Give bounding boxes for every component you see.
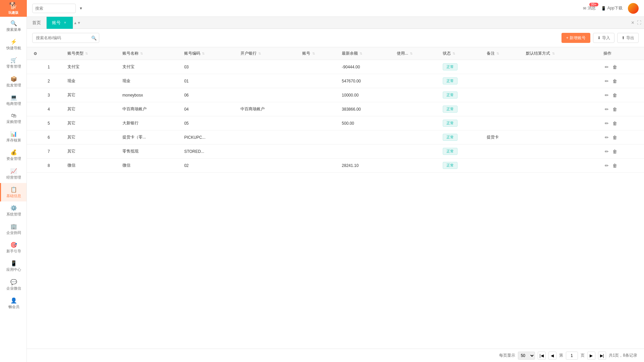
prev-page-button[interactable]: ◀ xyxy=(548,352,556,360)
sidebar-item-wechat[interactable]: 💬 企业微信 xyxy=(0,276,26,294)
tab-close-icon[interactable]: × xyxy=(63,20,67,25)
sidebar-item-operations[interactable]: 📈 经营管理 xyxy=(0,165,26,183)
status-badge: 正常 xyxy=(443,120,458,127)
row-balance: 383866.00 xyxy=(338,102,393,116)
sidebar-item-retail[interactable]: 🛒 零售管理 xyxy=(0,54,26,72)
col-remark[interactable]: 备注 ⇅ xyxy=(483,47,522,60)
page-unit-label: 页 xyxy=(581,353,585,358)
next-page-button[interactable]: ▶ xyxy=(587,352,595,360)
row-name: 大新银行 xyxy=(118,116,180,130)
row-account xyxy=(298,60,338,74)
add-account-button[interactable]: + 新增账号 xyxy=(561,33,590,43)
app-download-button[interactable]: 📱 App下载 xyxy=(601,5,623,11)
edit-button[interactable]: ✏ xyxy=(603,148,610,155)
delete-button[interactable]: 🗑 xyxy=(611,78,619,84)
sidebar-item-label: 新手引导 xyxy=(6,249,21,253)
search-input[interactable] xyxy=(32,33,99,43)
row-status: 正常 xyxy=(439,74,483,88)
delete-button[interactable]: 🗑 xyxy=(611,162,619,169)
row-type: 其它 xyxy=(63,116,118,130)
search-icon[interactable]: 🔍 xyxy=(91,36,97,41)
col-type[interactable]: 账号类型 ⇅ xyxy=(63,47,118,60)
messages-button[interactable]: ✉ 消息 99+ xyxy=(583,5,596,11)
import-button[interactable]: ⬇ 导入 xyxy=(593,33,614,43)
sidebar-item-wholesale[interactable]: 📦 批发管理 xyxy=(0,72,26,91)
edit-button[interactable]: ✏ xyxy=(603,120,610,127)
delete-button[interactable]: 🗑 xyxy=(611,92,619,99)
row-name: 提货卡（零... xyxy=(118,130,180,144)
row-type: 微信 xyxy=(63,159,118,173)
export-button[interactable]: ⬆ 导出 xyxy=(617,33,639,43)
row-remark xyxy=(483,116,522,130)
row-status: 正常 xyxy=(439,130,483,144)
col-usage[interactable]: 使用... ⇅ xyxy=(393,47,439,60)
row-settings xyxy=(27,159,44,173)
table-row: 4 其它 中百商场账户 04 中百商场账户 383866.00 正常 ✏ 🗑 xyxy=(27,102,644,116)
row-num: 7 xyxy=(44,144,63,159)
tab-home[interactable]: 首页 xyxy=(27,17,47,29)
row-balance: 10000.00 xyxy=(338,88,393,102)
tab-expand-button[interactable]: ▲▼ xyxy=(73,17,81,29)
col-name[interactable]: 账号名称 ⇅ xyxy=(118,47,180,60)
row-num: 6 xyxy=(44,130,63,144)
row-code: 02 xyxy=(180,159,236,173)
edit-button[interactable]: ✏ xyxy=(603,92,610,99)
sidebar-item-finance[interactable]: 💰 资金管理 xyxy=(0,146,26,164)
tab-account[interactable]: 账号 × xyxy=(47,17,73,29)
edit-button[interactable]: ✏ xyxy=(603,162,610,169)
row-balance: 547670.00 xyxy=(338,74,393,88)
close-tab-icon[interactable]: × xyxy=(631,20,634,26)
system-icon: ⚙️ xyxy=(10,205,17,211)
edit-button[interactable]: ✏ xyxy=(603,134,610,141)
edit-button[interactable]: ✏ xyxy=(603,106,610,113)
col-bank[interactable]: 开户银行 ⇅ xyxy=(236,47,298,60)
col-status[interactable]: 状态 ⇅ xyxy=(439,47,483,60)
guide-icon: 🎯 xyxy=(10,242,17,248)
last-page-button[interactable]: ▶| xyxy=(598,352,606,360)
row-usage xyxy=(393,102,439,116)
col-account[interactable]: 账号 ⇅ xyxy=(298,47,338,60)
sidebar-item-ecommerce[interactable]: 💻 电商管理 xyxy=(0,91,26,109)
finance-icon: 💰 xyxy=(10,149,17,156)
sidebar-item-member[interactable]: 👤 畅会员 xyxy=(0,294,26,312)
row-code: PICKUPC... xyxy=(180,130,236,144)
sidebar-item-app-center[interactable]: 📱 应用中心 xyxy=(0,257,26,275)
edit-button[interactable]: ✏ xyxy=(603,78,610,84)
delete-button[interactable]: 🗑 xyxy=(611,64,619,70)
edit-button[interactable]: ✏ xyxy=(603,64,610,70)
status-badge: 正常 xyxy=(443,106,458,113)
col-code[interactable]: 账号编码 ⇅ xyxy=(180,47,236,60)
delete-button[interactable]: 🗑 xyxy=(611,148,619,155)
col-balance[interactable]: 最新余额 ⇅ xyxy=(338,47,393,60)
account-tab-label: 账号 xyxy=(52,20,61,26)
user-avatar[interactable] xyxy=(628,3,639,14)
page-input[interactable] xyxy=(566,352,578,360)
sidebar-item-quick-nav[interactable]: ⚡ 快捷导航 xyxy=(0,35,26,54)
sidebar-item-enterprise[interactable]: 🏢 企业协同 xyxy=(0,220,26,238)
sidebar-item-search-menu[interactable]: 🔍 搜索菜单 xyxy=(0,17,26,35)
expand-view-icon[interactable]: ⛶ xyxy=(637,20,641,25)
search-menu-icon: 🔍 xyxy=(10,20,17,26)
first-page-button[interactable]: |◀ xyxy=(538,352,546,360)
logo: 🐕 玩趣版 xyxy=(0,0,27,17)
delete-button[interactable]: 🗑 xyxy=(611,134,619,141)
header-search-input[interactable] xyxy=(32,4,76,13)
delete-button[interactable]: 🗑 xyxy=(611,106,619,113)
basic-info-icon: 📋 xyxy=(10,186,17,193)
row-actions: ✏ 🗑 xyxy=(599,102,644,116)
row-settings xyxy=(27,130,44,144)
delete-button[interactable]: 🗑 xyxy=(611,120,619,127)
home-tab-label: 首页 xyxy=(32,20,41,26)
sidebar-item-system[interactable]: ⚙️ 系统管理 xyxy=(0,201,26,220)
sidebar-item-purchase[interactable]: 🛍 采购管理 xyxy=(0,109,26,127)
sidebar-item-basic-info[interactable]: 📋 基础信息 xyxy=(0,183,26,201)
page-size-select[interactable]: 20 50 100 xyxy=(518,352,535,360)
col-name-label: 账号名称 xyxy=(122,51,139,56)
total-label: 共1页，8条记录 xyxy=(609,353,637,358)
header-dropdown[interactable]: ▾ xyxy=(80,6,82,11)
col-default-payment[interactable]: 默认结算方式 ⇅ xyxy=(522,47,599,60)
sidebar-item-inventory[interactable]: 📊 库存核算 xyxy=(0,127,26,146)
row-account xyxy=(298,116,338,130)
sidebar-item-guide[interactable]: 🎯 新手引导 xyxy=(0,238,26,257)
col-settings[interactable]: ⚙ xyxy=(27,47,44,60)
